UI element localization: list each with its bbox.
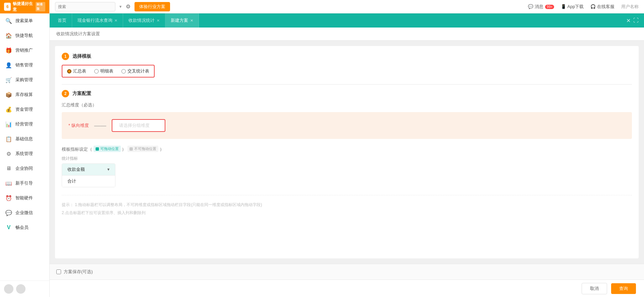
sidebar-item-smart-hw[interactable]: ⏰ 智能硬件 bbox=[0, 191, 49, 205]
sidebar-item-label: 销售管理 bbox=[15, 62, 33, 68]
metrics-label-text: 模板指标设定（ 可拖动位置 ） 不可拖动位置 ） bbox=[62, 146, 164, 152]
user-avatar2 bbox=[16, 284, 25, 294]
draggable-tag: 可拖动位置 bbox=[94, 146, 121, 152]
step2-number: 2 bbox=[62, 90, 69, 97]
tab-cash-flow-close[interactable]: ✕ bbox=[114, 18, 117, 23]
metrics-header-text: 收款金额 bbox=[67, 166, 85, 172]
sidebar-item-marketing[interactable]: 🎁 营销推广 bbox=[0, 43, 49, 58]
user-avatar bbox=[4, 284, 13, 294]
radio-cross-input[interactable] bbox=[121, 69, 126, 73]
tab-collection-stats-label: 收款情况统计 bbox=[128, 17, 155, 23]
radio-cross[interactable]: 交叉统计表 bbox=[121, 68, 149, 74]
tab-cash-flow-label: 现金银行流水查询 bbox=[77, 17, 112, 23]
sidebar-item-operations[interactable]: 📊 经营管理 bbox=[0, 117, 49, 132]
main-card: 1 选择模板 汇总表 明细表 bbox=[55, 46, 639, 258]
dimension-label: 汇总维度（必选） bbox=[62, 102, 632, 108]
metrics-table: 收款金额 ▾ 合计 bbox=[62, 163, 115, 187]
marketing-icon: 🎁 bbox=[5, 47, 12, 54]
sidebar-item-member[interactable]: V 畅会员 bbox=[0, 220, 49, 235]
system-icon: ⚙ bbox=[5, 151, 12, 157]
sidebar-item-label: 系统管理 bbox=[15, 151, 33, 157]
tabbar: 首页 现金银行流水查询 ✕ 收款情况统计 ✕ 新建方案 ✕ ✕ ⛶ bbox=[50, 13, 644, 28]
quick-nav-icon: 🏠 bbox=[5, 33, 12, 39]
sidebar-item-basic-info[interactable]: 📋 基础信息 bbox=[0, 132, 49, 146]
sidebar-item-label: 快捷导航 bbox=[15, 33, 33, 39]
sidebar-item-search-menu[interactable]: 🔍 搜索菜单 bbox=[0, 13, 49, 28]
metrics-chevron-icon[interactable]: ▾ bbox=[107, 167, 110, 172]
radio-detail-input[interactable] bbox=[94, 69, 99, 73]
topbar: ▾ ⚙ 体验行业方案 💬 消息 99+ 📱 App下载 🎧 在线客服 用户名称 bbox=[50, 0, 644, 13]
topbar-right: 💬 消息 99+ 📱 App下载 🎧 在线客服 用户名称 bbox=[528, 4, 639, 10]
sidebar-item-guide[interactable]: 📖 新手引导 bbox=[0, 176, 49, 191]
online-support[interactable]: 🎧 在线客服 bbox=[590, 4, 614, 10]
sidebar-item-finance[interactable]: 💰 资金管理 bbox=[0, 102, 49, 117]
search-input[interactable] bbox=[55, 2, 115, 11]
save-checkbox[interactable] bbox=[56, 269, 61, 274]
logo-text: 畅捷通好生意 bbox=[13, 1, 33, 12]
radio-summary-input[interactable] bbox=[67, 69, 71, 73]
topbar-dropdown-icon[interactable]: ▾ bbox=[119, 4, 122, 9]
wechat-icon: 💬 bbox=[5, 210, 12, 216]
step1-title: 选择模板 bbox=[72, 53, 91, 59]
sidebar-item-label: 畅会员 bbox=[15, 225, 29, 231]
tab-home[interactable]: 首页 bbox=[52, 13, 72, 28]
sidebar-item-label: 库存核算 bbox=[15, 92, 33, 98]
dimension-select[interactable]: 请选择分组维度 bbox=[112, 119, 165, 132]
tips-section: 提示： 1.拖动标题栏可以调整布局，不可跨维度或指标区域拖动栏目字段(只能在同一… bbox=[62, 195, 632, 217]
finance-icon: 💰 bbox=[5, 106, 12, 113]
sidebar-item-sales[interactable]: 👤 销售管理 bbox=[0, 58, 49, 72]
sidebar-item-system[interactable]: ⚙ 系统管理 bbox=[0, 146, 49, 161]
sidebar-item-purchase[interactable]: 🛒 采购管理 bbox=[0, 72, 49, 87]
metrics-table-header: 收款金额 ▾ bbox=[62, 164, 115, 176]
step2-section: 2 方案配置 汇总维度（必选） * 纵向维度 —— 请选择分组维度 bbox=[62, 84, 632, 217]
sidebar-bottom bbox=[0, 281, 49, 297]
notification-badge: 99+ bbox=[545, 5, 554, 9]
template-selection: 汇总表 明细表 交叉统计表 bbox=[62, 65, 155, 78]
dimension-area: * 纵向维度 —— 请选择分组维度 bbox=[62, 112, 632, 139]
sidebar-item-quick-nav[interactable]: 🏠 快捷导航 bbox=[0, 28, 49, 43]
sidebar-logo: 6 畅捷通好生意 标准版 bbox=[0, 0, 49, 13]
radio-detail-label: 明细表 bbox=[100, 68, 113, 74]
dimension-arrow: —— bbox=[94, 122, 106, 129]
tips-line1: 提示： 1.拖动标题栏可以调整布局，不可跨维度或指标区域拖动栏目字段(只能在同一… bbox=[62, 201, 632, 209]
tab-collection-stats-close[interactable]: ✕ bbox=[157, 18, 160, 23]
app-download[interactable]: 📱 App下载 bbox=[561, 4, 584, 10]
sidebar-item-label: 企业微信 bbox=[15, 210, 33, 216]
tab-cash-flow[interactable]: 现金银行流水查询 ✕ bbox=[72, 13, 123, 28]
tab-new-plan[interactable]: 新建方案 ✕ bbox=[165, 13, 199, 28]
tab-collection-stats[interactable]: 收款情况统计 ✕ bbox=[123, 13, 165, 28]
tab-new-plan-close[interactable]: ✕ bbox=[190, 18, 193, 23]
tips-line2: 2.点击标题栏下拉可设置排序、插入列和删除列 bbox=[62, 209, 632, 217]
radio-summary[interactable]: 汇总表 bbox=[67, 68, 86, 74]
purchase-icon: 🛒 bbox=[5, 77, 12, 83]
maximize-icon[interactable]: ⛶ bbox=[633, 17, 639, 23]
user-name[interactable]: 用户名称 bbox=[621, 4, 639, 10]
tab-new-plan-label: 新建方案 bbox=[171, 17, 188, 23]
tab-home-label: 首页 bbox=[58, 17, 66, 23]
page-body: 1 选择模板 汇总表 明细表 bbox=[50, 41, 644, 264]
sidebar-item-label: 资金管理 bbox=[15, 106, 33, 112]
radio-cross-label: 交叉统计表 bbox=[127, 68, 149, 74]
member-icon: V bbox=[5, 225, 12, 231]
notification-item[interactable]: 💬 消息 99+ bbox=[528, 4, 554, 10]
sidebar-item-label: 营销推广 bbox=[15, 47, 33, 53]
save-section: 方案保存(可选) bbox=[50, 264, 644, 280]
radio-detail[interactable]: 明细表 bbox=[94, 68, 113, 74]
sales-icon: 👤 bbox=[5, 62, 12, 68]
cancel-button[interactable]: 取消 bbox=[582, 283, 607, 294]
sidebar-item-label: 基础信息 bbox=[15, 136, 33, 142]
sidebar-item-wechat[interactable]: 💬 企业微信 bbox=[0, 205, 49, 220]
sidebar-item-enterprise[interactable]: 🖥 企业协同 bbox=[0, 161, 49, 176]
sidebar-item-inventory[interactable]: 📦 库存核算 bbox=[0, 87, 49, 102]
basic-info-icon: 📋 bbox=[5, 136, 12, 142]
breadcrumb: 收款情况统计方案设置 bbox=[50, 28, 644, 41]
close-window-icon[interactable]: ✕ bbox=[626, 17, 631, 24]
gear-icon[interactable]: ⚙ bbox=[126, 3, 130, 10]
sidebar: 6 畅捷通好生意 标准版 🔍 搜索菜单 🏠 快捷导航 🎁 营销推广 👤 销售管理… bbox=[0, 0, 50, 297]
main-area: ▾ ⚙ 体验行业方案 💬 消息 99+ 📱 App下载 🎧 在线客服 用户名称 … bbox=[50, 0, 644, 297]
industry-btn[interactable]: 体验行业方案 bbox=[135, 2, 170, 11]
sidebar-item-label: 新手引导 bbox=[15, 180, 33, 186]
logo-badge: 标准版 bbox=[36, 2, 45, 11]
non-draggable-tag: 不可拖动位置 bbox=[127, 146, 158, 152]
query-button[interactable]: 查询 bbox=[611, 283, 636, 294]
